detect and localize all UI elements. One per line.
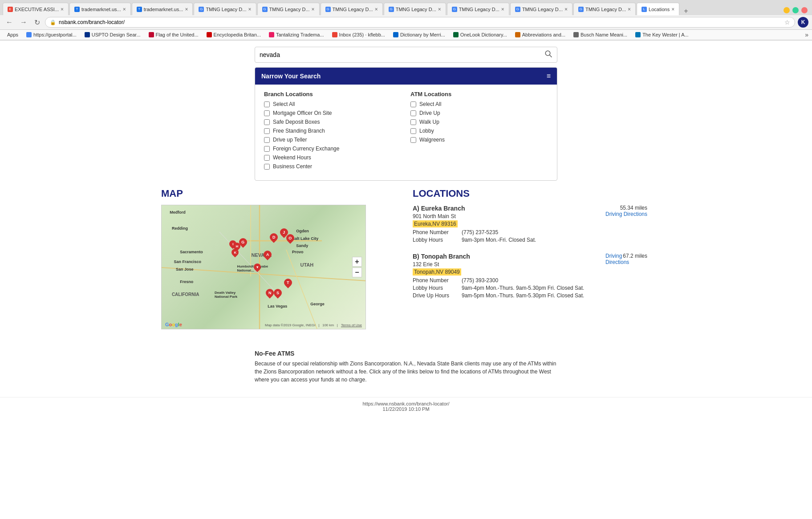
filter-label[interactable]: Select All [273, 101, 295, 107]
filter-checkbox[interactable] [264, 164, 270, 170]
filter-weekend-hours[interactable]: Weekend Hours [264, 154, 402, 161]
browser-tab[interactable]: G TMNG Legacy D... × [447, 3, 509, 15]
filter-label[interactable]: Weekend Hours [273, 154, 311, 161]
filter-drive-up[interactable]: Drive Up [410, 110, 548, 116]
filter-business-center[interactable]: Business Center [264, 163, 402, 170]
window-minimize-button[interactable] [784, 7, 790, 13]
filter-walk-up[interactable]: Walk Up [410, 119, 548, 125]
filter-mortgage[interactable]: Mortgage Officer On Site [264, 110, 402, 116]
search-button[interactable] [544, 50, 552, 60]
filter-checkbox[interactable] [410, 110, 416, 116]
map-pin-K[interactable]: K [231, 249, 239, 256]
filter-checkbox[interactable] [410, 128, 416, 134]
map-container[interactable]: Medford Redding Sacramento San Francisco… [161, 205, 366, 329]
filter-checkbox[interactable] [410, 137, 416, 143]
filter-checkbox[interactable] [264, 101, 270, 107]
map-pin-D[interactable]: D [270, 233, 278, 241]
filter-driveup-teller[interactable]: Drive up Teller [264, 137, 402, 143]
filter-free-standing[interactable]: Free Standing Branch [264, 128, 402, 134]
tab-close-icon[interactable]: × [123, 6, 126, 12]
bookmarks-overflow-icon[interactable]: » [805, 31, 808, 38]
browser-tab[interactable]: G TMNG Legacy D... × [321, 3, 383, 15]
filter-icon[interactable]: ≡ [547, 72, 551, 80]
browser-tab[interactable]: G TMNG Legacy D... × [384, 3, 446, 15]
tab-close-icon[interactable]: × [375, 6, 378, 12]
window-close-button[interactable] [801, 7, 808, 13]
search-input[interactable]: nevada [260, 51, 544, 58]
filter-checkbox[interactable] [264, 128, 270, 134]
map-pin-extra[interactable]: ▼ [254, 264, 261, 271]
filter-label[interactable]: Walgreens [419, 137, 445, 143]
map-pin-O[interactable]: O [286, 234, 294, 242]
tab-close-icon[interactable]: × [312, 6, 315, 12]
tab-close-icon[interactable]: × [185, 6, 188, 12]
tab-close-icon[interactable]: × [248, 6, 251, 12]
bookmark-keywester[interactable]: The Key Wester | A... [632, 31, 692, 38]
terms-link[interactable]: Terms of Use [341, 323, 362, 327]
filter-safe-deposit[interactable]: Safe Deposit Boxes [264, 119, 402, 125]
address-input[interactable]: nsbank.com/branch-locator/ [59, 19, 784, 25]
new-tab-button[interactable]: + [680, 7, 691, 15]
filter-label[interactable]: Business Center [273, 163, 312, 170]
filter-walgreens[interactable]: Walgreens [410, 137, 548, 143]
bookmark-abbreviations[interactable]: Abbreviations and... [512, 31, 569, 38]
filter-label[interactable]: Free Standing Branch [273, 128, 325, 134]
bookmark-apps[interactable]: Apps [4, 31, 22, 38]
filter-checkbox[interactable] [264, 155, 270, 161]
profile-icon[interactable]: K [798, 17, 808, 28]
bookmark-guestportal[interactable]: https://guestportal... [23, 31, 80, 38]
browser-tab[interactable]: G TMNG Legacy D... × [573, 3, 636, 15]
filter-label[interactable]: Select All [419, 101, 441, 107]
forward-button[interactable]: → [18, 17, 29, 27]
browser-tab[interactable]: G TMNG Legacy D... × [194, 3, 256, 15]
filter-checkbox[interactable] [264, 119, 270, 125]
bookmark-tantalizing[interactable]: Tantalizing Tradema... [265, 31, 328, 38]
filter-label[interactable]: Drive up Teller [273, 137, 307, 143]
back-button[interactable]: ← [4, 17, 15, 27]
filter-select-all-atm[interactable]: Select All [410, 101, 548, 107]
filter-lobby[interactable]: Lobby [410, 128, 548, 134]
browser-tab[interactable]: G TMNG Legacy D... × [257, 3, 320, 15]
browser-tab[interactable]: G TMNG Legacy D... × [510, 3, 572, 15]
map-pin-I[interactable]: I [229, 240, 236, 247]
browser-tab[interactable]: T trademarknet.us... × [69, 3, 131, 15]
zoom-out-button[interactable]: − [352, 268, 362, 277]
tab-close-icon[interactable]: × [628, 6, 631, 12]
zoom-in-button[interactable]: + [352, 257, 362, 267]
bookmark-merriam[interactable]: Dictionary by Merri... [390, 31, 449, 38]
bookmark-uspto[interactable]: USPTO Design Sear... [81, 31, 144, 38]
tab-close-icon[interactable]: × [671, 6, 674, 12]
tab-close-icon[interactable]: × [501, 6, 504, 12]
bookmark-busch[interactable]: Busch Name Meani... [570, 31, 631, 38]
filter-checkbox[interactable] [410, 101, 416, 107]
bookmark-flag[interactable]: Flag of the United... [145, 31, 202, 38]
filter-label[interactable]: Foreign Currency Exchange [273, 146, 339, 152]
filter-label[interactable]: Walk Up [419, 119, 439, 125]
filter-label[interactable]: Lobby [419, 128, 434, 134]
tab-close-icon[interactable]: × [438, 6, 441, 12]
filter-checkbox[interactable] [410, 119, 416, 125]
browser-tab[interactable]: E EXECUTIVE ASSI... × [3, 3, 69, 15]
filter-checkbox[interactable] [264, 110, 270, 116]
bookmark-onelook[interactable]: OneLook Dictionary... [450, 31, 511, 38]
map-pin-N[interactable]: N [266, 289, 274, 297]
tab-close-icon[interactable]: × [61, 6, 64, 12]
bookmark-britannica[interactable]: Encyclopedia Britan... [203, 31, 264, 38]
filter-label[interactable]: Safe Deposit Boxes [273, 119, 320, 125]
bookmark-star-icon[interactable]: ☆ [784, 19, 790, 26]
window-maximize-button[interactable] [792, 7, 799, 13]
filter-checkbox[interactable] [264, 137, 270, 143]
map-pin-S[interactable]: S [274, 289, 282, 297]
filter-label[interactable]: Mortgage Officer On Site [273, 110, 332, 116]
browser-tab-active[interactable]: L Locations × [637, 3, 679, 15]
filter-foreign-currency[interactable]: Foreign Currency Exchange [264, 146, 402, 152]
tab-close-icon[interactable]: × [564, 6, 568, 12]
filter-label[interactable]: Drive Up [419, 110, 440, 116]
map-pin-T[interactable]: T [284, 279, 292, 287]
browser-tab[interactable]: T trademarknet.us... × [132, 3, 193, 15]
map-pin-A[interactable]: A [264, 251, 272, 259]
filter-checkbox[interactable] [264, 146, 270, 152]
bookmark-gmail[interactable]: Inbox (235) · kflebb... [329, 31, 389, 38]
reload-button[interactable]: ↻ [32, 17, 42, 28]
filter-select-all-branch[interactable]: Select All [264, 101, 402, 107]
